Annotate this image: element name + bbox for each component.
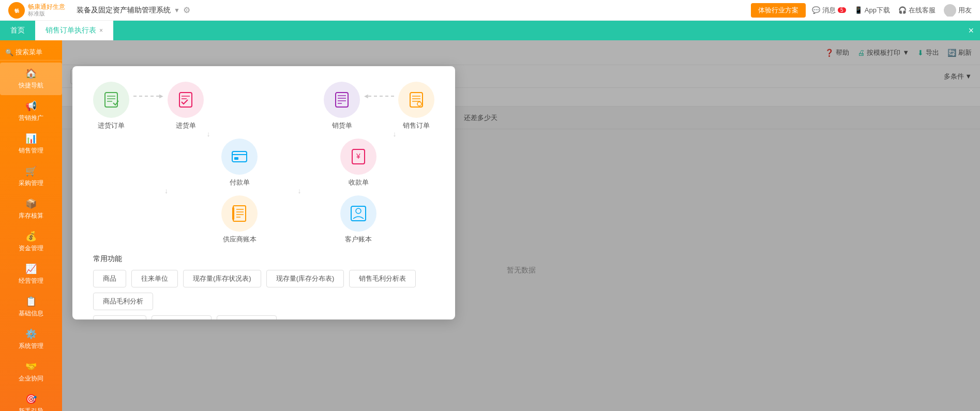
svg-rect-8	[179, 93, 192, 107]
func-btn-partner[interactable]: 往来单位	[131, 270, 178, 287]
svg-point-2	[947, 6, 953, 11]
flow-row-2: 付款单 ¥ 收款单	[93, 139, 434, 187]
func-btn-product-margin[interactable]: 商品毛利分析	[93, 293, 153, 310]
flow-node-supplier-ledger[interactable]: 供应商账本	[221, 195, 258, 244]
sidebar-item-inventory[interactable]: 📦 库存核算	[0, 193, 62, 225]
func-btn-sales-ranking[interactable]: 销售排行榜	[93, 315, 146, 319]
logo-icon: 畅	[8, 2, 25, 19]
sidebar-item-quick-nav[interactable]: 🏠 快捷导航	[0, 63, 62, 95]
operations-icon: 📈	[25, 263, 37, 275]
app-download-action[interactable]: 📱 App下载	[854, 6, 890, 15]
tutorial-icon: 🎯	[25, 393, 37, 405]
func-btn-receipt-stats[interactable]: 收款情况统计	[152, 315, 212, 319]
flow-node-purchase[interactable]: 进货单	[168, 82, 204, 130]
sales-icon: 📊	[25, 133, 37, 144]
purchase-order-circle	[93, 82, 129, 118]
search-icon: 🔍	[5, 49, 13, 56]
customer-ledger-circle	[340, 195, 376, 232]
logo-area: 畅 畅康通好生意 标准版	[8, 2, 70, 19]
sidebar-item-basic-info[interactable]: 📋 基础信息	[0, 291, 62, 323]
system-title: 装备及固定资产辅助管理系统 ▼ ⚙	[77, 5, 745, 15]
svg-rect-11	[336, 93, 348, 107]
func-buttons-row2: 销售排行榜 收款情况统计 付款情况统计	[93, 315, 434, 319]
sidebar: 🔍 搜索菜单 🏠 快捷导航 📢 营销推广 📊 销售管理 🛒 采购管理 📦 库存核…	[0, 40, 62, 411]
receipt-circle: ¥	[340, 139, 376, 175]
logo-text: 畅康通好生意 标准版	[28, 3, 65, 18]
vertical-arrows-row: ↓ ↓	[93, 130, 434, 138]
sales-order-circle	[398, 82, 434, 118]
user-area[interactable]: 用友	[944, 4, 972, 17]
download-icon: 📱	[854, 6, 863, 14]
gear-icon[interactable]: ⚙	[183, 5, 190, 15]
func-btn-product[interactable]: 商品	[93, 270, 126, 287]
common-functions-title: 常用功能	[93, 254, 434, 264]
dropdown-icon[interactable]: ▼	[174, 7, 180, 14]
sidebar-item-purchase[interactable]: 🛒 采购管理	[0, 160, 62, 193]
svg-point-3	[946, 12, 954, 17]
svg-rect-26	[233, 206, 246, 221]
svg-point-20	[417, 102, 421, 106]
window-close-button[interactable]: ×	[962, 21, 980, 40]
arrow-purchase-order-to-purchase: ▶	[129, 82, 168, 99]
flow-node-sales-order[interactable]: 销售订单	[398, 82, 434, 130]
overlay[interactable]: 进货订单 ▶	[62, 40, 980, 411]
vertical-arrows-row-2: ↓ ↓	[93, 187, 434, 194]
header-right: 💬 消息 5 📱 App下载 🎧 在线客服 用友	[812, 4, 972, 17]
system-icon: ⚙️	[25, 328, 37, 340]
sidebar-item-system[interactable]: ⚙️ 系统管理	[0, 323, 62, 356]
tab-home[interactable]: 首页	[0, 21, 35, 40]
svg-rect-16	[410, 93, 423, 107]
quick-guide-popup: 进货订单 ▶	[72, 66, 455, 319]
message-action[interactable]: 💬 消息 5	[812, 6, 846, 15]
tab-close-icon[interactable]: ×	[99, 27, 103, 34]
sidebar-item-tutorial[interactable]: 🎯 新手引导	[0, 388, 62, 411]
flow-node-receipt[interactable]: ¥ 收款单	[340, 139, 376, 187]
collab-icon: 🤝	[25, 361, 37, 372]
sidebar-item-collaboration[interactable]: 🤝 企业协同	[0, 356, 62, 388]
supplier-ledger-circle	[221, 195, 258, 232]
online-service-action[interactable]: 🎧 在线客服	[898, 6, 936, 15]
flow-node-payment[interactable]: 付款单	[221, 139, 258, 187]
message-badge: 5	[838, 7, 846, 13]
purchase-icon: 🛒	[25, 165, 37, 177]
main-content: 🔍 搜索菜单 🏠 快捷导航 📢 营销推广 📊 销售管理 🛒 采购管理 📦 库存核…	[0, 40, 980, 411]
avatar	[944, 4, 956, 17]
func-buttons: 商品 往来单位 现存量(库存状况表) 现存量(库存分布表) 销售毛利分析表 商品…	[93, 270, 434, 310]
finance-icon: 💰	[25, 231, 37, 242]
arrow-sales-order-to-sales: ◀	[360, 82, 398, 99]
func-btn-stock-dist[interactable]: 现存量(库存分布表)	[266, 270, 344, 287]
sidebar-item-marketing[interactable]: 📢 营销推广	[0, 95, 62, 128]
svg-rect-21	[232, 151, 247, 162]
common-functions: 常用功能 商品 往来单位 现存量(库存状况表) 现存量(库存分布表) 销售毛利分…	[93, 254, 434, 319]
trial-button[interactable]: 体验行业方案	[751, 3, 806, 18]
svg-rect-27	[232, 207, 234, 220]
sidebar-item-operations[interactable]: 📈 经营管理	[0, 258, 62, 291]
inventory-icon: 📦	[25, 198, 37, 209]
flow-node-sales[interactable]: 销货单	[324, 82, 360, 130]
svg-text:¥: ¥	[356, 152, 360, 160]
flow-node-customer-ledger[interactable]: 客户账本	[340, 195, 376, 244]
nav-tabs: 首页 销售订单执行表 × ×	[0, 21, 980, 40]
func-btn-stock-status[interactable]: 现存量(库存状况表)	[183, 270, 261, 287]
svg-point-33	[356, 208, 361, 214]
page-area: ❓ 帮助 🖨 按模板打印 ▼ ⬇ 导出 🔄 刷新 — 📅 单据状态	[62, 40, 980, 411]
sidebar-item-sales[interactable]: 📊 销售管理	[0, 128, 62, 160]
marketing-icon: 📢	[25, 100, 37, 112]
flow-diagram: 进货订单 ▶	[93, 82, 434, 244]
basic-info-icon: 📋	[25, 296, 37, 307]
sidebar-item-finance[interactable]: 💰 资金管理	[0, 225, 62, 258]
svg-text:畅: 畅	[14, 8, 19, 13]
top-header: 畅 畅康通好生意 标准版 装备及固定资产辅助管理系统 ▼ ⚙ 体验行业方案 💬 …	[0, 0, 980, 21]
func-btn-sales-margin[interactable]: 销售毛利分析表	[349, 270, 416, 287]
system-name: 装备及固定资产辅助管理系统	[77, 6, 171, 15]
purchase-circle	[168, 82, 204, 118]
flow-node-purchase-order[interactable]: 进货订单	[93, 82, 129, 130]
sales-circle	[324, 82, 360, 118]
tab-sales-order-execution[interactable]: 销售订单执行表 ×	[35, 21, 113, 40]
message-icon: 💬	[812, 6, 820, 14]
payment-circle	[221, 139, 258, 175]
sidebar-search[interactable]: 🔍 搜索菜单	[0, 44, 62, 60]
svg-rect-23	[234, 157, 238, 160]
func-btn-payment-stats[interactable]: 付款情况统计	[217, 315, 277, 319]
service-icon: 🎧	[898, 6, 907, 14]
